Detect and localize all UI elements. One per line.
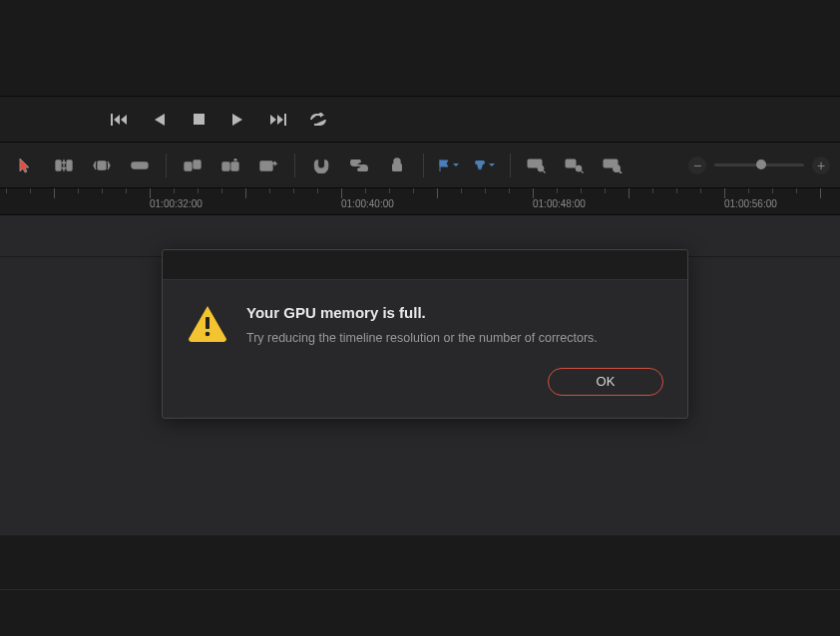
lower-row	[0, 534, 840, 589]
dialog-title: Your GPU memory is full.	[246, 304, 663, 321]
stop-button[interactable]	[190, 111, 208, 129]
ruler-tick	[652, 188, 653, 193]
lower-row	[0, 589, 840, 636]
skip-back-button[interactable]	[110, 111, 128, 129]
dialog-footer: OK	[163, 368, 687, 418]
svg-point-12	[538, 165, 544, 171]
svg-point-16	[614, 164, 620, 170]
ruler-tick	[389, 188, 390, 193]
chevron-down-icon	[452, 161, 460, 169]
svg-rect-13	[566, 159, 576, 167]
ruler-tick	[533, 188, 534, 198]
chevron-down-icon	[488, 161, 496, 169]
ruler-timecode: 01:00:32:00	[150, 198, 203, 209]
svg-rect-7	[222, 162, 229, 170]
zoom-view-1[interactable]	[521, 150, 553, 181]
ruler-tick	[198, 188, 199, 193]
ruler-tick	[341, 188, 342, 198]
ruler-tick	[293, 188, 294, 193]
viewer-area	[0, 0, 840, 97]
zoom-slider[interactable]	[714, 163, 804, 166]
ruler-tick	[245, 188, 246, 198]
zoom-slider-handle[interactable]	[756, 159, 766, 169]
ruler-tick	[102, 188, 103, 193]
ruler-tick	[126, 188, 127, 193]
playback-controls	[0, 97, 840, 143]
toolbar-separator	[294, 154, 295, 177]
flag-marker-2[interactable]	[470, 159, 500, 172]
flag-marker-1[interactable]	[434, 159, 464, 172]
svg-rect-10	[392, 163, 402, 171]
lock-tool[interactable]	[381, 150, 413, 181]
ruler-tick	[557, 188, 558, 193]
ruler-tick	[6, 188, 7, 193]
ruler-tick	[365, 188, 366, 193]
ruler-tick	[748, 188, 749, 193]
ruler-tick	[724, 188, 725, 198]
ruler-tick	[581, 188, 582, 193]
ruler-tick	[820, 188, 821, 198]
svg-rect-9	[260, 161, 272, 170]
svg-point-14	[576, 165, 582, 171]
ruler-tick	[174, 188, 175, 193]
trim-tool[interactable]	[86, 150, 118, 181]
ruler-timecode: 01:00:40:00	[341, 198, 394, 209]
zoom-view-3[interactable]	[597, 150, 629, 181]
warning-icon	[187, 304, 228, 348]
toolbar-separator	[510, 154, 511, 177]
ruler-tick	[413, 188, 414, 193]
svg-point-18	[206, 332, 210, 337]
ruler-tick	[30, 188, 31, 193]
ruler-tick	[700, 188, 701, 193]
insert-clip-tool[interactable]	[177, 150, 209, 181]
timeline-ruler[interactable]: 01:00:32:0001:00:40:0001:00:48:0001:00:5…	[0, 188, 840, 215]
skip-forward-button[interactable]	[269, 111, 287, 129]
ruler-timecode: 01:00:48:00	[533, 198, 586, 209]
ruler-tick	[605, 188, 606, 193]
dialog-body: Your GPU memory is full. Try reducing th…	[163, 280, 687, 368]
overwrite-clip-tool[interactable]	[214, 150, 246, 181]
ruler-tick	[437, 188, 438, 198]
svg-rect-3	[98, 161, 106, 169]
ruler-tick	[485, 188, 486, 193]
play-button[interactable]	[229, 111, 247, 129]
edit-toolbar: − +	[0, 143, 840, 188]
zoom-in-button[interactable]: +	[812, 157, 830, 174]
zoom-slider-group: − +	[688, 157, 830, 174]
snap-magnet-tool[interactable]	[305, 150, 337, 181]
svg-rect-2	[67, 160, 72, 170]
razor-tool[interactable]	[124, 150, 156, 181]
svg-rect-6	[194, 160, 201, 168]
blade-tool[interactable]	[48, 150, 80, 181]
link-tool[interactable]	[343, 150, 375, 181]
ruler-tick	[221, 188, 222, 193]
ruler-tick	[796, 188, 797, 193]
dialog-description: Try reducing the timeline resolution or …	[246, 329, 663, 348]
play-reverse-button[interactable]	[150, 111, 168, 129]
ok-button[interactable]: OK	[548, 368, 663, 396]
ruler-tick	[772, 188, 773, 193]
ruler-tick	[629, 188, 630, 198]
zoom-out-button[interactable]: −	[688, 157, 706, 174]
ruler-tick	[54, 188, 55, 198]
svg-rect-1	[56, 160, 61, 170]
svg-rect-5	[185, 162, 192, 170]
svg-rect-0	[194, 114, 205, 125]
pointer-tool[interactable]	[10, 150, 42, 181]
ruler-tick	[150, 188, 151, 198]
gpu-memory-dialog: Your GPU memory is full. Try reducing th…	[162, 249, 688, 419]
svg-rect-8	[231, 162, 238, 170]
zoom-view-2[interactable]	[559, 150, 591, 181]
replace-clip-tool[interactable]	[252, 150, 284, 181]
svg-rect-17	[206, 317, 210, 329]
dialog-text: Your GPU memory is full. Try reducing th…	[246, 304, 663, 348]
toolbar-separator	[166, 154, 167, 177]
toolbar-separator	[423, 154, 424, 177]
ruler-tick	[269, 188, 270, 193]
ruler-timecode: 01:00:56:00	[724, 198, 777, 209]
ruler-tick	[317, 188, 318, 193]
loop-button[interactable]	[309, 111, 327, 129]
ruler-tick	[509, 188, 510, 193]
dialog-titlebar[interactable]	[163, 250, 687, 280]
ruler-tick	[461, 188, 462, 193]
